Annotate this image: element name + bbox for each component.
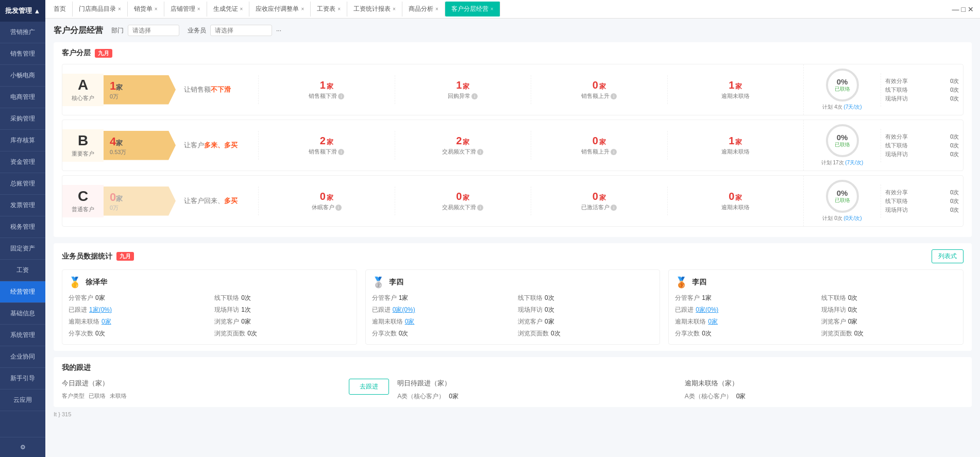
tab-close-dianpu[interactable]: × bbox=[197, 6, 200, 12]
tier-slogan-b: 让客户多来、多买 bbox=[176, 137, 258, 154]
info-icon: i bbox=[611, 205, 617, 211]
staff-card-2: 🥉 李四 分管客户 1家 线下联络 0次 已跟进 0家(0%) 现场拜访 0次 bbox=[668, 269, 964, 345]
tab-label-gongzitongji: 工资统计报表 bbox=[353, 5, 391, 13]
tier-metric1-c: 0家 休眠客户 i bbox=[258, 187, 395, 215]
info-icon: i bbox=[477, 149, 483, 155]
staff-metric-row: 线下联络 0次 bbox=[518, 294, 653, 302]
sidebar-item-caigou[interactable]: 采购管理 bbox=[0, 108, 45, 130]
sidebar-item-qiye[interactable]: 企业协同 bbox=[0, 346, 45, 368]
tab-close-mendian[interactable]: × bbox=[118, 6, 121, 12]
filter-more-icon[interactable]: ··· bbox=[276, 27, 281, 34]
staff-medal-1: 🥈 bbox=[372, 276, 385, 289]
sidebar-item-kucun[interactable]: 库存核算 bbox=[0, 130, 45, 151]
tab-close-gongzitongji[interactable]: × bbox=[393, 6, 396, 12]
tab-close-icon[interactable]: ✕ bbox=[968, 5, 974, 13]
today-followup: 今日跟进（家） 客户类型 已联络 未联络 bbox=[62, 379, 341, 400]
sidebar-item-guding[interactable]: 固定资产 bbox=[0, 238, 45, 260]
sidebar-item-shuiwu[interactable]: 税务管理 bbox=[0, 216, 45, 238]
staff-metric-row: 逾期未联络 0家 bbox=[69, 317, 204, 326]
info-icon: i bbox=[477, 205, 483, 211]
tab-label-mendian: 门店商品目录 bbox=[79, 5, 116, 13]
staff-metric-val: 0次 bbox=[854, 329, 864, 338]
staff-metric-val[interactable]: 0家 bbox=[102, 317, 111, 326]
tab-gongzibiao[interactable]: 工资表× bbox=[311, 2, 347, 16]
tab-yingshou[interactable]: 应收应付调整单× bbox=[249, 2, 311, 16]
sidebar-item-jingying[interactable]: 经营管理 bbox=[0, 281, 45, 303]
tier-letter-b: B bbox=[78, 133, 88, 148]
sidebar: 批发管理 ▲ 营销推广销售管理小畅电商电商管理采购管理库存核算资金管理总账管理发… bbox=[0, 0, 45, 457]
staff-select[interactable] bbox=[210, 25, 272, 36]
tomorrow-followup: 明日待跟进（家） A类（核心客户） 0家 bbox=[397, 379, 676, 401]
tab-shengcheng[interactable]: 生成凭证× bbox=[207, 2, 250, 16]
staff-metric-row: 浏览客户 0家 bbox=[821, 317, 957, 326]
staff-metric-val[interactable]: 0家 bbox=[405, 317, 415, 326]
plan-link[interactable]: (0天/次) bbox=[844, 215, 862, 221]
staff-filter: 业务员 ··· bbox=[188, 25, 281, 36]
sidebar-item-yingxiao[interactable]: 营销推广 bbox=[0, 22, 45, 43]
staff-metric-val[interactable]: 0家(0%) bbox=[393, 306, 415, 314]
staff-medal-0: 🥇 bbox=[69, 276, 81, 289]
sidebar-header[interactable]: 批发管理 ▲ bbox=[0, 0, 45, 22]
sidebar-item-zhangmu[interactable]: 总账管理 bbox=[0, 173, 45, 195]
info-icon: i bbox=[471, 93, 478, 99]
today-col3: 未联络 bbox=[110, 392, 127, 400]
contact-circle-a: 0% 已联络 bbox=[826, 69, 859, 101]
tier-side-stats-c: 有效分享0次线下联络0次现场拜访0次 bbox=[881, 184, 963, 218]
tab-close-kehu[interactable]: × bbox=[491, 6, 494, 12]
sidebar-collapse-icon[interactable]: ▲ bbox=[34, 7, 41, 15]
page-title: 客户分层经营 bbox=[54, 25, 103, 36]
sidebar-item-yun[interactable]: 云应用 bbox=[0, 390, 45, 411]
tomorrow-val: 0家 bbox=[449, 392, 459, 401]
staff-name-row-0: 🥇 徐泽华 bbox=[69, 276, 350, 289]
sidebar-item-zijin[interactable]: 资金管理 bbox=[0, 151, 45, 173]
staff-metric-val: 1次 bbox=[241, 306, 251, 314]
sidebar-item-xiaoshou[interactable]: 销售管理 bbox=[0, 43, 45, 65]
tab-close-xiaohuo[interactable]: × bbox=[155, 6, 158, 12]
plan-link[interactable]: (7天/次) bbox=[845, 160, 863, 165]
tab-close-shangpin[interactable]: × bbox=[435, 6, 438, 12]
sidebar-item-xitong[interactable]: 系统管理 bbox=[0, 325, 45, 346]
tab-home[interactable]: 首页 bbox=[47, 2, 73, 16]
side-stat: 有效分享0次 bbox=[885, 189, 959, 196]
tier-metrics-c: 0家 休眠客户 i 0家 交易频次下滑 i 0家 已激活客户 i 0家 逾期未联… bbox=[258, 187, 803, 215]
gear-icon[interactable]: ⚙ bbox=[0, 437, 45, 457]
tab-gongzitongji[interactable]: 工资统计报表× bbox=[347, 2, 402, 16]
tab-close-yingshou[interactable]: × bbox=[301, 6, 304, 12]
tier-metrics-a: 1家 销售额下滑 i 1家 回购异常 i 0家 销售额上升 i 1家 逾期未联络 bbox=[258, 75, 803, 104]
contact-circle-b: 0% 已联络 bbox=[826, 124, 859, 157]
sidebar-item-jichu[interactable]: 基础信息 bbox=[0, 303, 45, 325]
sidebar-item-dianshang[interactable]: 电商管理 bbox=[0, 87, 45, 108]
tab-kehu[interactable]: 客户分层经营× bbox=[445, 2, 500, 16]
dept-select[interactable] bbox=[128, 25, 179, 36]
plan-link[interactable]: (7天/次) bbox=[844, 104, 862, 110]
staff-metric-row: 浏览客户 0家 bbox=[214, 317, 350, 326]
staff-metric-row: 分享次数 0次 bbox=[675, 329, 810, 338]
goto-followup-button[interactable]: 去跟进 bbox=[349, 379, 389, 395]
sidebar-item-xinshou[interactable]: 新手引导 bbox=[0, 368, 45, 390]
tab-dianpu[interactable]: 店铺管理× bbox=[164, 2, 207, 16]
staff-metric-row: 逾期未联络 0家 bbox=[372, 317, 508, 326]
staff-metric-val[interactable]: 1家(0%) bbox=[89, 306, 112, 314]
dept-label: 部门 bbox=[111, 26, 124, 35]
side-stat: 有效分享0次 bbox=[885, 133, 959, 141]
sidebar-item-xiaodian[interactable]: 小畅电商 bbox=[0, 65, 45, 87]
tab-label-shangpin: 商品分析 bbox=[409, 5, 433, 13]
staff-metric-row: 已跟进 1家(0%) bbox=[69, 306, 204, 314]
page-content: 客户分层经营 部门 业务员 ··· 客户分层 九月 A 核心客户 1家 0万 bbox=[45, 19, 980, 457]
tab-close-shengcheng[interactable]: × bbox=[240, 6, 243, 12]
list-view-button[interactable]: 列表式 bbox=[932, 249, 964, 263]
tab-shangpin[interactable]: 商品分析× bbox=[402, 2, 445, 16]
biz-stats-header: 业务员数据统计 九月 列表式 bbox=[62, 249, 964, 263]
staff-metric-val[interactable]: 0家 bbox=[708, 317, 718, 326]
tab-xiaohuo[interactable]: 销货单× bbox=[128, 2, 164, 16]
tab-minimize-icon[interactable]: — bbox=[952, 5, 959, 13]
tab-bar-actions: — □ ✕ bbox=[952, 5, 978, 13]
tab-close-gongzibiao[interactable]: × bbox=[337, 6, 341, 12]
sidebar-item-gongzi[interactable]: 工资 bbox=[0, 260, 45, 281]
tier-metric4-c: 0家 逾期未联络 bbox=[667, 187, 804, 215]
tab-mendian[interactable]: 门店商品目录× bbox=[73, 2, 128, 16]
sidebar-item-fapiao[interactable]: 发票管理 bbox=[0, 195, 45, 216]
staff-metric-val[interactable]: 0家(0%) bbox=[696, 306, 718, 314]
tier-contact-b: 0% 已联络 计划 17次 (7天/次) bbox=[803, 120, 881, 171]
tab-restore-icon[interactable]: □ bbox=[961, 5, 966, 13]
